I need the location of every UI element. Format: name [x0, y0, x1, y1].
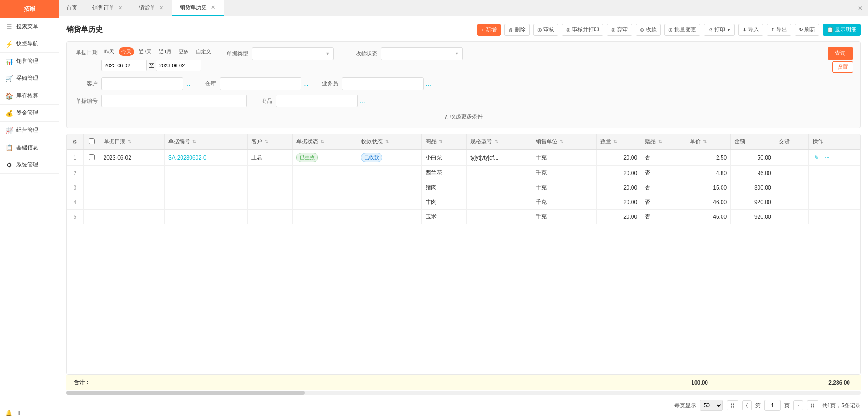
row-payment-status: [357, 210, 421, 224]
warehouse-input[interactable]: [220, 77, 301, 90]
row-check[interactable]: [83, 166, 100, 180]
edit-action-btn[interactable]: ✎: [813, 154, 821, 162]
delete-button[interactable]: 🗑 删除: [504, 24, 530, 36]
row-doc-no[interactable]: [164, 210, 247, 224]
page-first-btn[interactable]: ⟨⟨: [727, 400, 738, 410]
sidebar-item-basic-info[interactable]: 📋 基础信息: [0, 139, 59, 156]
tab-bar-close-btn[interactable]: ✕: [853, 5, 868, 11]
date-shortcut-1month[interactable]: 近1月: [156, 47, 174, 56]
collapse-button[interactable]: ∧ 收起更多条件: [74, 111, 853, 122]
sidebar-item-sys-mgmt[interactable]: ⚙ 系统管理: [0, 156, 59, 174]
row-payment-status: [357, 195, 421, 210]
row-doc-no[interactable]: SA-20230602-0: [164, 150, 247, 166]
payment-status-select[interactable]: ▼: [381, 47, 463, 60]
refresh-button[interactable]: ↻ 刷新: [795, 24, 819, 36]
row-doc-no[interactable]: [164, 166, 247, 180]
col-product[interactable]: 商品 ⇅: [421, 134, 467, 150]
sidebar-item-label: 资金管理: [16, 109, 38, 117]
row-doc-no[interactable]: [164, 180, 247, 195]
date-shortcut-yesterday[interactable]: 昨天: [101, 47, 117, 56]
import-button[interactable]: ⬇ 导入: [738, 24, 763, 36]
delete-icon: 🗑: [508, 27, 513, 33]
warehouse-dots[interactable]: ...: [303, 80, 309, 87]
doc-type-select[interactable]: ▼: [252, 47, 334, 60]
print-icon: 🖨: [708, 27, 713, 33]
sidebar-item-sales-mgmt[interactable]: 📊 销售管理: [0, 53, 59, 70]
collect-button[interactable]: ◎ 收款: [636, 24, 661, 36]
print-button[interactable]: 🖨 打印 ▼: [704, 24, 735, 36]
col-spec[interactable]: 规格型号 ⇅: [467, 134, 532, 150]
export-button[interactable]: ⬆ 导出: [767, 24, 791, 36]
pause-icon[interactable]: ⏸: [16, 410, 21, 416]
row-check[interactable]: [83, 180, 100, 195]
salesperson-dots[interactable]: ...: [426, 80, 431, 87]
sidebar-item-purchase-mgmt[interactable]: 🛒 采购管理: [0, 70, 59, 87]
query-button[interactable]: 查询: [828, 47, 853, 60]
row-check[interactable]: [83, 195, 100, 210]
date-shortcut-today[interactable]: 今天: [119, 47, 134, 56]
col-doc-no[interactable]: 单据编号 ⇅: [164, 134, 247, 150]
col-payment-status[interactable]: 收款状态 ⇅: [357, 134, 421, 150]
product-input[interactable]: [276, 95, 358, 107]
col-price[interactable]: 单价 ⇅: [686, 134, 731, 150]
sidebar-item-label: 系统管理: [16, 161, 38, 169]
batch-change-button[interactable]: ◎ 批量变更: [664, 24, 700, 36]
tab-sales-delivery-close[interactable]: ✕: [158, 5, 165, 11]
col-customer[interactable]: 客户 ⇅: [247, 134, 292, 150]
tab-sales-delivery[interactable]: 销货单 ✕: [131, 0, 172, 16]
tab-sales-history-close[interactable]: ✕: [210, 4, 216, 11]
product-dots[interactable]: ...: [360, 97, 365, 105]
col-unit[interactable]: 销售单位 ⇅: [532, 134, 596, 150]
row-customer: 王总: [247, 150, 292, 166]
col-doc-status[interactable]: 单据状态 ⇅: [292, 134, 357, 150]
col-gift[interactable]: 赠品 ⇅: [641, 134, 686, 150]
salesperson-input[interactable]: [342, 77, 424, 90]
row-unit: 千克: [532, 210, 596, 224]
per-page-select[interactable]: 20 50 100: [700, 400, 723, 411]
date-label: 单据日期: [74, 49, 101, 56]
row-check[interactable]: [83, 210, 100, 224]
tab-sales-order-close[interactable]: ✕: [117, 5, 124, 11]
sidebar-item-label: 快捷导航: [16, 40, 38, 48]
row-check[interactable]: [83, 150, 100, 166]
tab-sales-history[interactable]: 销货单历史 ✕: [172, 0, 224, 16]
row-trade: [775, 150, 808, 166]
row-doc-no[interactable]: [164, 195, 247, 210]
page-input[interactable]: [764, 400, 781, 411]
add-button[interactable]: + 新增: [477, 24, 501, 36]
sidebar-item-quick-nav[interactable]: ⚡ 快捷导航: [0, 35, 59, 53]
more-action-btn[interactable]: ⋯: [823, 154, 832, 162]
date-to-input[interactable]: [156, 60, 201, 71]
tab-sales-history-label: 销货单历史: [180, 4, 207, 11]
row-doc-status: [292, 195, 357, 210]
page-next-btn[interactable]: ⟩: [793, 400, 803, 410]
audit-print-button[interactable]: ◎ 审核并打印: [562, 24, 603, 36]
date-shortcut-more[interactable]: 更多: [176, 47, 191, 56]
audit-button[interactable]: ◎ 审核: [533, 24, 558, 36]
customer-dots[interactable]: ...: [185, 80, 191, 87]
customer-input[interactable]: [101, 77, 183, 90]
table-check-col[interactable]: [83, 134, 100, 150]
date-shortcut-custom[interactable]: 自定义: [193, 47, 214, 56]
sidebar-item-finance-mgmt[interactable]: 💰 资金管理: [0, 105, 59, 122]
tab-sales-order[interactable]: 销售订单 ✕: [85, 0, 131, 16]
notification-icon[interactable]: 🔔: [5, 410, 12, 416]
refresh-icon: ↻: [799, 27, 803, 33]
col-qty[interactable]: 数量 ⇅: [596, 134, 641, 150]
select-all-checkbox[interactable]: [89, 138, 95, 144]
sidebar-item-stock-calc[interactable]: 🏠 库存核算: [0, 87, 59, 105]
sidebar-item-search-menu[interactable]: ☰ 搜索菜单: [0, 18, 59, 35]
col-date[interactable]: 单据日期 ⇅: [100, 134, 164, 150]
table-settings-col[interactable]: ⚙: [67, 134, 83, 150]
show-detail-button[interactable]: 📋 显示明细: [823, 24, 861, 36]
abandon-button[interactable]: ◎ 弃审: [607, 24, 632, 36]
page-last-btn[interactable]: ⟩⟩: [807, 400, 818, 410]
doc-no-label: 单据编号: [74, 97, 101, 105]
sidebar-item-ops-mgmt[interactable]: 📈 经营管理: [0, 122, 59, 139]
doc-no-input[interactable]: [101, 95, 247, 107]
settings-button[interactable]: 设置: [832, 61, 853, 73]
page-prev-btn[interactable]: ⟨: [742, 400, 752, 410]
date-shortcut-7days[interactable]: 近7天: [136, 47, 154, 56]
date-from-input[interactable]: [101, 60, 147, 71]
tab-home[interactable]: 首页: [59, 0, 85, 16]
